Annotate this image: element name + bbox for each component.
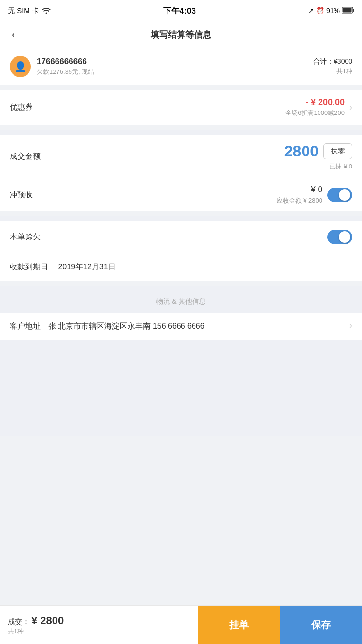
status-left: 无 SIM 卡 (8, 6, 51, 15)
svg-rect-2 (342, 8, 351, 12)
sheqian-section: 本单赊欠 收款到期日 2019年12月31日 (0, 221, 362, 281)
back-button[interactable]: ‹ (8, 25, 19, 45)
chong-sub: 应收金额 ¥ 2800 (277, 196, 322, 205)
duedate-row: 收款到期日 2019年12月31日 (0, 253, 362, 281)
section-divider-3 (0, 286, 362, 291)
sheqian-toggle[interactable] (327, 230, 352, 244)
coupon-description: 全场6折满1000减200 (285, 109, 345, 117)
no-sim-text: 无 SIM 卡 (8, 6, 39, 15)
bottom-deal-row: 成交： ¥ 2800 (8, 615, 190, 627)
location-icon: ↗ (308, 7, 314, 14)
customer-card: 👤 17666666666 欠款1276.35元, 现结 合计：¥3000 共1… (0, 48, 362, 85)
deal-amount-section: 成交金额 2800 抹零 已抹 ¥ 0 冲预收 ¥ 0 应收金额 ¥ 2800 (0, 135, 362, 211)
deal-amount-sub: 已抹 ¥ 0 (329, 162, 352, 171)
empty-space (0, 340, 362, 436)
page-title: 填写结算等信息 (151, 29, 211, 41)
coupon-right-block: - ¥ 200.00 全场6折满1000减200 (285, 98, 345, 117)
save-button[interactable]: 保存 (280, 606, 362, 644)
chong-row: 冲预收 ¥ 0 应收金额 ¥ 2800 (0, 179, 362, 211)
section-divider-1 (0, 130, 362, 135)
address-chevron-icon: › (349, 321, 352, 331)
chong-right-block: ¥ 0 应收金额 ¥ 2800 (277, 185, 322, 205)
coupon-row[interactable]: 优惠券 - ¥ 200.00 全场6折满1000减200 › (0, 90, 362, 125)
avatar-icon: 👤 (14, 61, 27, 72)
chong-top: 冲预收 ¥ 0 应收金额 ¥ 2800 (10, 185, 352, 205)
customer-phone: 17666666666 (37, 57, 94, 67)
customer-debt: 欠款1276.35元, 现结 (37, 68, 94, 76)
coupon-label: 优惠券 (10, 102, 33, 112)
sheqian-row: 本单赊欠 (0, 221, 362, 253)
round-zero-button[interactable]: 抹零 (323, 143, 352, 159)
customer-left: 👤 17666666666 欠款1276.35元, 现结 (10, 56, 94, 77)
customer-right: 合计：¥3000 共1种 (313, 57, 352, 76)
duedate-value: 2019年12月31日 (58, 263, 115, 271)
chong-toggle[interactable] (327, 188, 352, 202)
chong-right: ¥ 0 应收金额 ¥ 2800 (277, 185, 352, 205)
deal-amount-row: 成交金额 2800 抹零 已抹 ¥ 0 (0, 135, 362, 179)
avatar: 👤 (10, 56, 31, 77)
total-count: 共1种 (313, 67, 352, 76)
wifi-icon (42, 7, 51, 15)
deal-amount-label: 成交金额 (10, 152, 41, 162)
nav-bar: ‹ 填写结算等信息 (0, 21, 362, 48)
coupon-right: - ¥ 200.00 全场6折满1000减200 › (285, 98, 352, 117)
bottom-summary: 成交： ¥ 2800 共1种 (0, 615, 198, 636)
bottom-deal-label: 成交： (8, 617, 29, 627)
hold-button[interactable]: 挂单 (198, 606, 280, 644)
battery-percent: 91% (326, 7, 340, 14)
bottom-bar: 成交： ¥ 2800 共1种 挂单 保存 (0, 605, 362, 644)
status-right: ↗ ⏰ 91% (308, 7, 354, 15)
chevron-right-icon: › (349, 102, 352, 112)
deal-amount-value: 2800 (284, 142, 319, 160)
address-value: 张 北京市市辖区海淀区永丰南 156 6666 6666 (43, 321, 348, 332)
status-bar: 无 SIM 卡 下午4:03 ↗ ⏰ 91% (0, 0, 362, 21)
total-amount: 合计：¥3000 (313, 57, 352, 66)
svg-rect-1 (353, 9, 354, 12)
battery-icon (342, 7, 354, 15)
logistics-label: 物流 & 其他信息 (156, 297, 205, 306)
address-label: 客户地址 (10, 322, 43, 332)
address-row[interactable]: 客户地址 张 北京市市辖区海淀区永丰南 156 6666 6666 › (0, 313, 362, 340)
alarm-icon: ⏰ (316, 7, 324, 14)
duedate-label: 收款到期日 (10, 263, 48, 271)
deal-amount-right: 2800 抹零 已抹 ¥ 0 (284, 142, 352, 171)
logistics-divider: 物流 & 其他信息 (0, 291, 362, 313)
deal-amount-value-row: 2800 抹零 (284, 142, 352, 160)
sheqian-label: 本单赊欠 (10, 232, 41, 242)
status-time: 下午4:03 (163, 5, 196, 16)
divider-line-left (10, 302, 152, 302)
chong-amount: ¥ 0 (311, 185, 322, 195)
chong-label: 冲预收 (10, 190, 33, 200)
content-area: 👤 17666666666 欠款1276.35元, 现结 合计：¥3000 共1… (0, 48, 362, 485)
bottom-count: 共1种 (8, 627, 190, 636)
coupon-amount: - ¥ 200.00 (285, 98, 345, 108)
customer-info: 17666666666 欠款1276.35元, 现结 (37, 57, 94, 76)
divider-line-right (210, 302, 352, 302)
section-divider-2 (0, 216, 362, 221)
bottom-amount: ¥ 2800 (31, 615, 64, 627)
